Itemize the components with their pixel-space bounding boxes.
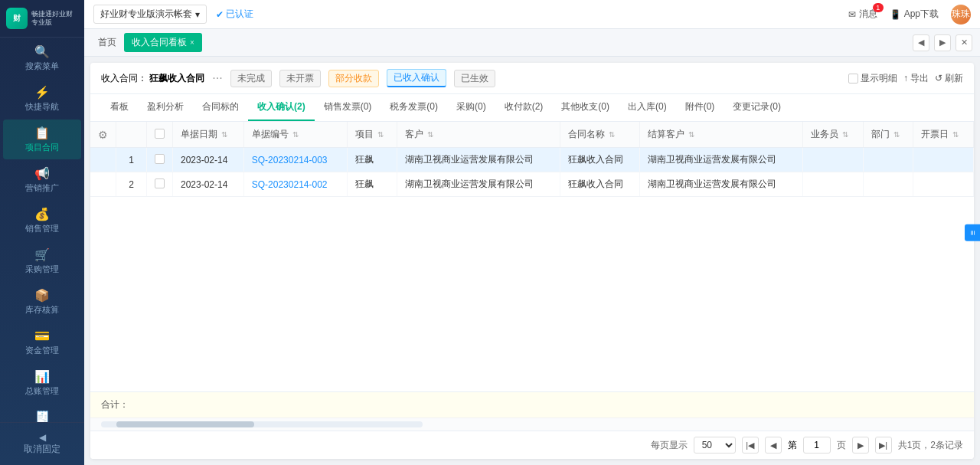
sidebar-item-marketing[interactable]: 📢 营销推广 xyxy=(3,160,81,200)
row1-project: 狂飙 xyxy=(347,148,397,172)
tab-income-contract[interactable]: 收入合同看板 × xyxy=(124,33,202,52)
page-size-select[interactable]: 50 20 100 xyxy=(694,437,736,454)
tab-home[interactable]: 首页 xyxy=(92,36,122,49)
sidebar-item-funds[interactable]: 💳 资金管理 xyxy=(3,323,81,362)
sidebar-item-purchase[interactable]: 🛒 采购管理 xyxy=(3,241,81,281)
sidebar-item-sales[interactable]: 💰 销售管理 xyxy=(3,201,81,241)
float-action-btn[interactable]: ≡ xyxy=(965,224,980,241)
row1-check[interactable] xyxy=(147,148,173,172)
nav-tab-controls: ◀ ▶ ✕ xyxy=(913,34,972,51)
last-page-btn[interactable]: ▶| xyxy=(875,437,892,454)
status-partial[interactable]: 部分收款 xyxy=(328,70,379,87)
tab-change-log[interactable]: 变更记录(0) xyxy=(724,94,790,121)
prev-page-btn[interactable]: ◀ xyxy=(765,437,782,454)
sidebar-collapse-btn[interactable]: ◀ 取消固定 xyxy=(21,429,64,459)
app-download-btn[interactable]: 📱 App下载 xyxy=(890,8,939,21)
th-project[interactable]: 项目 ⇅ xyxy=(347,122,397,148)
tab-payment[interactable]: 收付款(2) xyxy=(495,94,553,121)
sidebar-item-project[interactable]: 📋 项目合同 xyxy=(3,120,81,159)
tab-kanban[interactable]: 看板 xyxy=(101,94,138,121)
table-row[interactable]: 2 2023-02-14 SQ-20230214-002 狂飙 xyxy=(90,172,974,197)
topbar: 好业财专业版演示帐套 ▾ ✔ 已认证 ✉ 消息 1 📱 App下载 珠珠 xyxy=(84,0,980,29)
row1-checkbox[interactable] xyxy=(155,154,165,164)
tab-warehouse[interactable]: 出入库(0) xyxy=(619,94,676,121)
table-row[interactable]: 1 2023-02-14 SQ-20230214-003 狂飙 xyxy=(90,148,974,172)
tab-profit[interactable]: 盈利分析 xyxy=(138,94,193,121)
th-date[interactable]: 单据日期 ⇅ xyxy=(173,122,244,148)
tab-attachment[interactable]: 附件(0) xyxy=(676,94,724,121)
status-incomplete[interactable]: 未完成 xyxy=(230,70,272,87)
settings-icon[interactable]: ⚙ xyxy=(98,129,108,141)
sort-opendate-icon: ⇅ xyxy=(952,130,959,139)
tab-prev-btn[interactable]: ◀ xyxy=(913,34,929,51)
row1-num: 1 xyxy=(116,148,147,172)
tab-close-btn[interactable]: × xyxy=(190,38,194,47)
tab-close-all-btn[interactable]: ✕ xyxy=(956,34,972,51)
inventory-icon: 📦 xyxy=(34,288,50,303)
message-btn[interactable]: ✉ 消息 1 xyxy=(848,8,877,21)
show-detail-toggle[interactable]: 显示明细 xyxy=(848,72,897,85)
tab-purchase[interactable]: 采购(0) xyxy=(447,94,495,121)
contract-header: 收入合同： 狂飙收入合同 ··· 未完成 未开票 部分收款 已收入确认 已生效 xyxy=(90,63,974,94)
status-unopened[interactable]: 未开票 xyxy=(279,70,321,87)
row1-code-link[interactable]: SQ-20230214-003 xyxy=(252,155,328,165)
sidebar-sales-label: 销售管理 xyxy=(25,223,59,234)
header-actions: 显示明细 ↑ 导出 ↺ 刷新 xyxy=(848,72,963,85)
invoice-icon: 🧾 xyxy=(34,410,50,422)
th-settings[interactable]: ⚙ xyxy=(90,122,116,148)
tab-income-confirm[interactable]: 收入确认(2) xyxy=(248,94,315,121)
row1-code[interactable]: SQ-20230214-003 xyxy=(243,148,347,172)
user-menu-btn[interactable]: 珠珠 xyxy=(951,5,971,25)
nav-tabs-bar: 首页 收入合同看板 × ◀ ▶ ✕ xyxy=(84,29,980,57)
next-page-btn[interactable]: ▶ xyxy=(852,437,869,454)
row2-code[interactable]: SQ-20230214-002 xyxy=(243,172,347,197)
flash-icon: ⚡ xyxy=(34,85,50,100)
status-confirmed[interactable]: 已收入确认 xyxy=(387,69,446,87)
sidebar-item-inventory[interactable]: 📦 库存核算 xyxy=(3,282,81,322)
more-btn[interactable]: ··· xyxy=(212,71,222,85)
purchase-icon: 🛒 xyxy=(34,247,50,262)
sales-icon: 💰 xyxy=(34,207,50,221)
page-number-input[interactable] xyxy=(803,437,831,454)
row2-checkbox[interactable] xyxy=(155,178,165,188)
th-billing-customer[interactable]: 结算客户 ⇅ xyxy=(640,122,803,148)
tab-tax-invoice[interactable]: 税务发票(0) xyxy=(381,94,447,121)
tab-contract-standard[interactable]: 合同标的 xyxy=(193,94,248,121)
status-active[interactable]: 已生效 xyxy=(454,70,495,87)
row2-project: 狂飙 xyxy=(347,172,397,197)
row1-contract-name: 狂飙收入合同 xyxy=(560,148,640,172)
accounting-icon: 📊 xyxy=(34,369,50,384)
marketing-icon: 📢 xyxy=(34,166,50,181)
th-code[interactable]: 单据编号 ⇅ xyxy=(243,122,347,148)
tab-next-btn[interactable]: ▶ xyxy=(934,34,951,51)
th-customer[interactable]: 客户 ⇅ xyxy=(397,122,560,148)
th-num xyxy=(116,122,147,148)
sidebar-item-invoice[interactable]: 🧾 发票管理 xyxy=(3,404,81,422)
horizontal-scrollbar[interactable] xyxy=(101,421,423,427)
th-contract-name[interactable]: 合同名称 ⇅ xyxy=(560,122,640,148)
project-icon: 📋 xyxy=(34,126,50,140)
header-checkbox[interactable] xyxy=(155,129,165,139)
scrollbar-thumb[interactable] xyxy=(116,421,254,427)
export-btn[interactable]: ↑ 导出 xyxy=(903,72,929,85)
sidebar-item-quicknav[interactable]: ⚡ 快捷导航 xyxy=(3,79,81,119)
row2-open-date xyxy=(913,172,974,197)
th-check[interactable] xyxy=(147,122,173,148)
sort-project-icon: ⇅ xyxy=(377,130,384,139)
main-area: 好业财专业版演示帐套 ▾ ✔ 已认证 ✉ 消息 1 📱 App下载 珠珠 xyxy=(84,0,980,465)
first-page-btn[interactable]: |◀ xyxy=(742,437,759,454)
tab-other-income[interactable]: 其他收支(0) xyxy=(552,94,619,121)
th-open-date[interactable]: 开票日 ⇅ xyxy=(913,122,974,148)
refresh-btn[interactable]: ↺ 刷新 xyxy=(935,72,963,85)
th-department[interactable]: 部门 ⇅ xyxy=(863,122,913,148)
sort-code-icon: ⇅ xyxy=(292,130,299,139)
org-selector[interactable]: 好业财专业版演示帐套 ▾ xyxy=(93,5,207,24)
row2-code-link[interactable]: SQ-20230214-002 xyxy=(252,179,328,190)
sort-contract-icon: ⇅ xyxy=(609,130,615,139)
row2-check[interactable] xyxy=(147,172,173,197)
tab-sales-invoice[interactable]: 销售发票(0) xyxy=(315,94,381,121)
sidebar-item-search[interactable]: 🔍 搜索菜单 xyxy=(3,38,81,78)
sidebar-item-accounting[interactable]: 📊 总账管理 xyxy=(3,363,81,403)
th-salesperson[interactable]: 业务员 ⇅ xyxy=(803,122,864,148)
detail-checkbox[interactable] xyxy=(848,74,858,84)
